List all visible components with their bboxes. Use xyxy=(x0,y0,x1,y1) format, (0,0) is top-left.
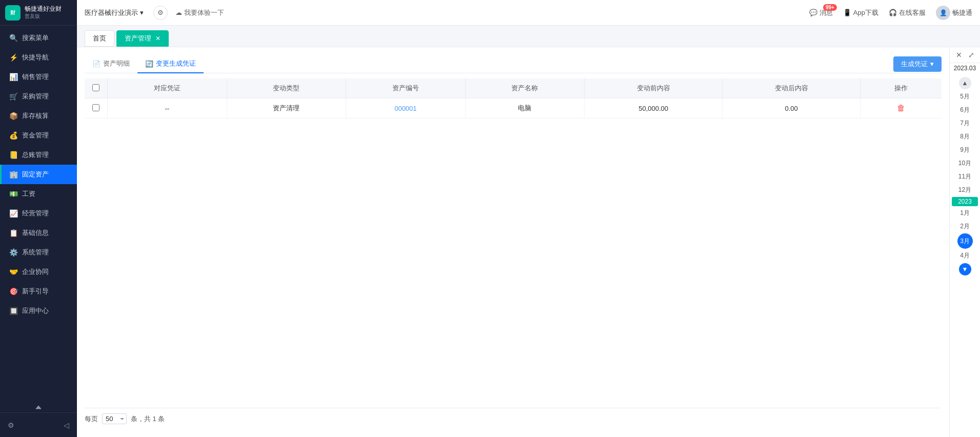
right-panel: ✕ ⤢ 2023.03 ▲ 5月6月7月8月9月10月11月12月20231月2… xyxy=(949,47,980,437)
sidebar-nav: 🔍搜索菜单⚡快捷导航📊销售管理🛒采购管理📦库存核算💰资金管理📒总账管理🏢固定资产… xyxy=(0,26,77,402)
settings-footer-icon[interactable]: ⚙ xyxy=(8,421,14,429)
operations-icon: 📈 xyxy=(9,209,18,217)
total-label: 条，共 1 条 xyxy=(131,414,165,424)
sidebar-item-label: 基础信息 xyxy=(22,228,49,237)
user-action[interactable]: 👤 畅捷通 xyxy=(936,6,972,20)
sidebar-item-quick-nav[interactable]: ⚡快捷导航 xyxy=(0,48,77,67)
sidebar-item-label: 系统管理 xyxy=(22,248,49,257)
sidebar-item-label: 搜索菜单 xyxy=(22,33,49,43)
sidebar-item-app-center[interactable]: 🔲应用中心 xyxy=(0,301,77,321)
timeline-month-12月[interactable]: 12月 xyxy=(952,184,978,196)
page-content: 📄 资产明细 🔄 变更生成凭证 生成凭证 ▾ xyxy=(77,47,980,437)
refresh-icon: 🔄 xyxy=(145,60,153,68)
tab-home-label: 首页 xyxy=(93,34,106,43)
app-center-icon: 🔲 xyxy=(9,307,18,315)
row-operation: 🗑 xyxy=(861,98,942,118)
timeline-month-1月[interactable]: 1月 xyxy=(952,207,978,220)
sidebar-item-purchase[interactable]: 🛒采购管理 xyxy=(0,87,77,106)
timeline-month-7月[interactable]: 7月 xyxy=(952,117,978,130)
sidebar-item-enterprise[interactable]: 🤝企业协同 xyxy=(0,262,77,282)
panel-close-button[interactable]: ✕ xyxy=(954,50,964,60)
company-name: 医疗器械行业演示 xyxy=(85,8,138,17)
tab-close-icon[interactable]: ✕ xyxy=(155,35,161,42)
sidebar-item-payroll[interactable]: 💵工资 xyxy=(0,184,77,204)
inventory-icon: 📦 xyxy=(9,112,18,120)
sub-tab-asset-detail[interactable]: 📄 资产明细 xyxy=(85,55,137,73)
system-icon: ⚙️ xyxy=(9,248,18,256)
company-selector[interactable]: 医疗器械行业演示 ▾ xyxy=(85,8,146,17)
sidebar-item-label: 销售管理 xyxy=(22,72,49,82)
sidebar-item-operations[interactable]: 📈经营管理 xyxy=(0,204,77,223)
data-table: 对应凭证 变动类型 资产编号 资产名称 xyxy=(85,78,942,118)
sidebar-item-ledger[interactable]: 📒总账管理 xyxy=(0,145,77,165)
timeline-month-11月[interactable]: 11月 xyxy=(952,170,978,183)
row-before-change: 50,000.00 xyxy=(585,98,723,118)
timeline-month-8月[interactable]: 8月 xyxy=(952,130,978,143)
timeline-month-9月[interactable]: 9月 xyxy=(952,144,978,156)
tab-asset-management[interactable]: 资产管理 ✕ xyxy=(116,30,169,47)
guide-icon: 🎯 xyxy=(9,287,18,295)
logo-name: 畅捷通好业财 xyxy=(25,5,62,13)
timeline-nav-down[interactable]: ▼ xyxy=(959,263,971,275)
sidebar-item-inventory[interactable]: 📦库存核算 xyxy=(0,106,77,126)
sub-tab-change-voucher[interactable]: 🔄 变更生成凭证 xyxy=(137,55,204,73)
th-after-change: 变动后内容 xyxy=(723,78,861,98)
base-info-icon: 📋 xyxy=(9,229,18,237)
sidebar-item-sales[interactable]: 📊销售管理 xyxy=(0,67,77,87)
sidebar-logo: 财 畅捷通好业财 普及版 xyxy=(0,0,77,26)
toolbar: 生成凭证 ▾ xyxy=(893,56,942,72)
sidebar-item-system[interactable]: ⚙️系统管理 xyxy=(0,243,77,262)
app-download-action[interactable]: 📱 App下载 xyxy=(843,8,878,17)
panel-expand-button[interactable]: ⤢ xyxy=(966,50,976,60)
experience-label: 我要体验一下 xyxy=(184,8,224,17)
header-left: 医疗器械行业演示 ▾ ⚙ ☁ 我要体验一下 xyxy=(85,6,809,20)
per-page-select[interactable]: 20 50 100 xyxy=(102,413,127,424)
delete-icon[interactable]: 🗑 xyxy=(897,104,905,112)
select-all-checkbox[interactable] xyxy=(92,84,99,91)
timeline-month-2月[interactable]: 2月 xyxy=(952,220,978,233)
th-change-type: 变动类型 xyxy=(227,78,346,98)
gen-voucher-button[interactable]: 生成凭证 ▾ xyxy=(893,56,942,72)
sidebar-item-label: 新手引导 xyxy=(22,287,49,296)
row-checkbox[interactable] xyxy=(92,104,99,111)
experience-button[interactable]: ☁ 我要体验一下 xyxy=(175,8,226,17)
timeline-month-4月[interactable]: 4月 xyxy=(952,249,978,262)
online-service-action[interactable]: 🎧 在线客服 xyxy=(889,8,926,17)
sidebar-item-guide[interactable]: 🎯新手引导 xyxy=(0,282,77,301)
sidebar-item-fixed-assets[interactable]: 🏢固定资产 xyxy=(0,165,77,184)
asset-page: 📄 资产明细 🔄 变更生成凭证 生成凭证 ▾ xyxy=(77,47,949,437)
sidebar-item-label: 固定资产 xyxy=(22,170,49,179)
header-settings-button[interactable]: ⚙ xyxy=(153,6,168,20)
sidebar-item-label: 资金管理 xyxy=(22,131,49,140)
avatar: 👤 xyxy=(936,6,950,20)
timeline-year-label: 2023.03 xyxy=(950,63,980,73)
sidebar-item-base-info[interactable]: 📋基础信息 xyxy=(0,223,77,243)
sidebar-scroll-up[interactable] xyxy=(0,402,77,412)
sidebar-item-funds[interactable]: 💰资金管理 xyxy=(0,126,77,145)
timeline-current-year[interactable]: 2023 xyxy=(952,197,978,206)
collapse-icon[interactable]: ◁ xyxy=(64,421,69,429)
row-change-type: 资产清理 xyxy=(227,98,346,118)
timeline-month-3月[interactable]: 3月 xyxy=(957,233,973,249)
timeline-month-6月[interactable]: 6月 xyxy=(952,104,978,116)
sidebar-item-search[interactable]: 🔍搜索菜单 xyxy=(0,28,77,48)
header-right: 💬 消息 99+ 📱 App下载 🎧 在线客服 👤 畅捷通 xyxy=(809,6,972,20)
gen-voucher-label: 生成凭证 xyxy=(901,59,928,69)
timeline-month-5月[interactable]: 5月 xyxy=(952,90,978,103)
sidebar-footer: ⚙ ◁ xyxy=(0,412,77,437)
table-container: 对应凭证 变动类型 资产编号 资产名称 xyxy=(85,78,942,405)
timeline-month-10月[interactable]: 10月 xyxy=(952,157,978,170)
timeline-nav-up[interactable]: ▲ xyxy=(959,77,971,89)
funds-icon: 💰 xyxy=(9,131,18,140)
sidebar-item-label: 工资 xyxy=(22,189,35,198)
th-before-change: 变动前内容 xyxy=(585,78,723,98)
logo-icon: 财 xyxy=(5,5,21,21)
row-voucher: -- xyxy=(108,98,227,118)
sidebar: 财 畅捷通好业财 普及版 🔍搜索菜单⚡快捷导航📊销售管理🛒采购管理📦库存核算💰资… xyxy=(0,0,77,437)
tab-home[interactable]: 首页 xyxy=(85,30,114,47)
online-service-label: 在线客服 xyxy=(899,8,926,17)
table-header-row: 对应凭证 变动类型 资产编号 资产名称 xyxy=(85,78,942,98)
sidebar-item-label: 库存核算 xyxy=(22,111,49,121)
app-download-label: App下载 xyxy=(853,8,878,17)
message-action[interactable]: 💬 消息 99+ xyxy=(809,8,833,17)
